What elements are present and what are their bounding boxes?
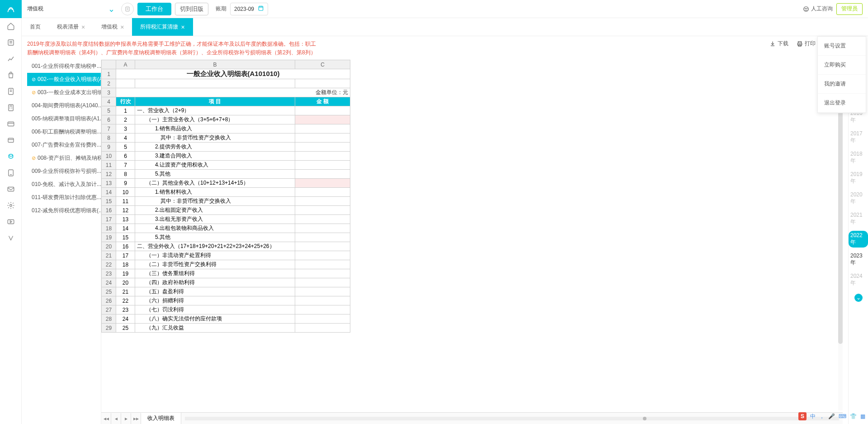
cell[interactable]: （二）其他业务收入（10+12+13+14+15） xyxy=(135,179,295,188)
doc-item[interactable]: 010-免税、减计收入及加计... xyxy=(27,178,101,191)
cell[interactable]: 9 xyxy=(116,179,135,188)
ime-punct-icon[interactable]: ， xyxy=(819,413,825,420)
cell[interactable]: 4.出租包装物和商品收入 xyxy=(135,224,295,233)
cell[interactable]: 29 xyxy=(102,324,116,333)
cell[interactable]: 一、营业收入（2+9） xyxy=(135,106,295,115)
cell[interactable]: 3.建造合同收入 xyxy=(135,152,295,161)
cell[interactable]: 3.出租无形资产收入 xyxy=(135,215,295,224)
ime-mic-icon[interactable]: 🎤 xyxy=(828,413,835,419)
year-item[interactable]: 2022年 xyxy=(849,231,868,248)
sheet-nav-last[interactable]: ▸▸ xyxy=(131,413,141,424)
cell[interactable]: 3 xyxy=(102,88,116,97)
ime-skin-icon[interactable]: 👕 xyxy=(850,413,857,419)
cell[interactable] xyxy=(295,161,350,170)
cell[interactable]: 一般企业收入明细表(A101010) xyxy=(116,69,350,79)
cell[interactable] xyxy=(295,215,350,224)
cell[interactable] xyxy=(295,197,350,206)
cell[interactable]: 12 xyxy=(102,170,116,179)
nav-home-icon[interactable] xyxy=(0,18,22,34)
doc-item[interactable]: ⊘002-一般企业收入明细表(A1... xyxy=(27,73,101,86)
tab-2[interactable]: 增值税× xyxy=(93,18,132,36)
workspace-button[interactable]: 工作台 xyxy=(137,3,171,15)
year-item[interactable]: 2021年 xyxy=(849,210,868,227)
cell[interactable]: 24 xyxy=(102,278,116,287)
year-item[interactable]: 2019年 xyxy=(849,170,868,186)
cell[interactable] xyxy=(295,188,350,197)
cell[interactable]: 1.销售商品收入 xyxy=(135,124,295,133)
ime-lang[interactable]: 中 xyxy=(810,413,816,420)
cell[interactable]: 7 xyxy=(116,161,135,170)
cell[interactable] xyxy=(295,278,350,287)
admin-menu-item[interactable]: 立即购买 xyxy=(818,56,866,75)
cell[interactable]: 12 xyxy=(116,206,135,215)
admin-menu-item[interactable]: 我的邀请 xyxy=(818,75,866,94)
sheet-nav-prev[interactable]: ◂ xyxy=(111,413,121,424)
cell[interactable] xyxy=(135,79,295,88)
cell[interactable]: （一）非流动资产处置利得 xyxy=(135,251,295,260)
app-logo[interactable] xyxy=(0,0,22,18)
cell[interactable] xyxy=(116,79,135,88)
cell[interactable]: 23 xyxy=(102,269,116,278)
cell[interactable]: （三）债务重组利得 xyxy=(135,269,295,278)
sheet-hscroll[interactable] xyxy=(185,417,839,420)
cell[interactable]: 5 xyxy=(116,143,135,152)
cell[interactable]: 14 xyxy=(116,224,135,233)
close-icon[interactable]: × xyxy=(181,24,184,31)
cell[interactable]: 4 xyxy=(102,97,116,106)
cell[interactable] xyxy=(295,260,350,269)
doc-item[interactable]: 007-广告费和业务宣传费跨... xyxy=(27,138,101,152)
cell[interactable]: （六）捐赠利得 xyxy=(135,296,295,305)
cell[interactable]: C xyxy=(295,60,350,69)
cell[interactable]: 18 xyxy=(116,260,135,269)
cell[interactable]: 1.销售材料收入 xyxy=(135,188,295,197)
cell[interactable]: 10 xyxy=(102,152,116,161)
cell[interactable]: 28 xyxy=(102,314,116,324)
year-item[interactable]: 2018年 xyxy=(849,149,868,166)
cell[interactable]: 17 xyxy=(116,251,135,260)
cell[interactable] xyxy=(295,233,350,242)
cell[interactable]: 5.其他 xyxy=(135,170,295,179)
history-icon[interactable] xyxy=(121,3,134,15)
cell[interactable]: 22 xyxy=(116,296,135,305)
cell[interactable]: 6 xyxy=(116,152,135,161)
cell[interactable]: 金 额 xyxy=(295,97,350,106)
tab-0[interactable]: 首页 xyxy=(22,18,49,36)
cell[interactable]: （四）政府补助利得 xyxy=(135,278,295,287)
cell[interactable] xyxy=(295,143,350,152)
admin-menu-item[interactable]: 退出登录 xyxy=(818,94,866,113)
cell[interactable]: 8 xyxy=(102,133,116,143)
nav-settings-icon[interactable] xyxy=(0,197,22,214)
cell[interactable] xyxy=(295,115,350,124)
spreadsheet[interactable]: ABC1一般企业收入明细表(A101010)23金额单位：元4行次项 目金 额5… xyxy=(101,60,350,333)
cell[interactable]: 19 xyxy=(102,233,116,242)
year-collapse-icon[interactable]: ⌄ xyxy=(854,294,863,302)
nav-box-icon[interactable] xyxy=(0,132,22,148)
cell[interactable]: 2 xyxy=(102,79,116,88)
cell[interactable]: 金额单位：元 xyxy=(116,88,350,97)
cell[interactable]: 11 xyxy=(116,197,135,206)
sheet-nav-next[interactable]: ▸ xyxy=(121,413,131,424)
cell[interactable]: 25 xyxy=(102,287,116,296)
cell[interactable] xyxy=(295,269,350,278)
cell[interactable]: 1 xyxy=(116,106,135,115)
cell[interactable] xyxy=(295,287,350,296)
close-icon[interactable]: × xyxy=(81,24,85,31)
cell[interactable] xyxy=(295,106,350,115)
tab-1[interactable]: 税表清册× xyxy=(49,18,93,36)
cell[interactable] xyxy=(295,296,350,305)
nav-v-icon[interactable] xyxy=(0,230,22,246)
cell[interactable]: 8 xyxy=(116,170,135,179)
admin-button[interactable]: 管理员 xyxy=(836,3,863,15)
cell[interactable]: 13 xyxy=(116,215,135,224)
year-item[interactable]: 2024年 xyxy=(849,272,868,288)
account-selector[interactable]: 增值税 ⌄ xyxy=(27,4,118,14)
cell[interactable] xyxy=(295,170,350,179)
cell[interactable] xyxy=(295,251,350,260)
cell[interactable]: 2.出租固定资产收入 xyxy=(135,206,295,215)
cell[interactable]: 22 xyxy=(102,260,116,269)
cell[interactable] xyxy=(295,324,350,333)
nav-video-icon[interactable] xyxy=(0,214,22,230)
doc-item[interactable]: 005-纳税调整项目明细表(A1... xyxy=(27,112,101,125)
help-link[interactable]: 人工咨询 xyxy=(803,5,833,13)
cell[interactable]: （九）汇兑收益 xyxy=(135,324,295,333)
